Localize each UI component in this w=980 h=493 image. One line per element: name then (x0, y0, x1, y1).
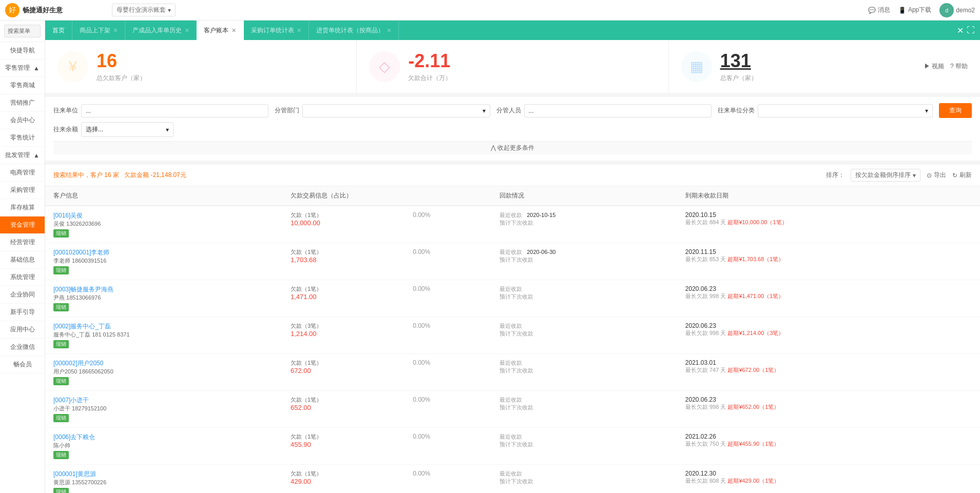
page-content: ¥ 16 总欠款客户（家） ◇ -2.11 欠款合计（万） (45, 40, 980, 493)
sidebar-item-apps[interactable]: 应用中心 (0, 321, 45, 339)
overdue-link[interactable]: 超期¥1,214.00（3笔） (727, 330, 784, 336)
due-date: 2020.10.15 (685, 211, 972, 219)
customer-code[interactable]: [0001020001]李老师 (53, 248, 274, 257)
view-video-button[interactable]: ▶ 视频 (924, 62, 944, 71)
sort-select[interactable]: 按欠款金额倒序排序 ▾ (851, 169, 920, 182)
retail-management-label: 零售管理 (5, 64, 30, 72)
sidebar-item-purchase[interactable]: 采购管理 (0, 182, 45, 199)
sidebar-item-operations[interactable]: 经营管理 (0, 234, 45, 251)
tab-home[interactable]: 首页 (45, 21, 72, 40)
content-area: 首页 商品上下架 × 产成品入库单历史 × 客户账本 × 采购订单统计表 × (45, 21, 980, 493)
customer-code[interactable]: [0002]服务中心_丁磊 (53, 322, 274, 331)
message-button[interactable]: 💬 消息 (868, 6, 890, 14)
sidebar-item-enterprise[interactable]: 企业协同 (0, 286, 45, 304)
sidebar-item-wechat[interactable]: 企业微信 (0, 339, 45, 356)
recovery-cell: 最近收款 预计下次收款 (491, 317, 677, 354)
sidebar-item-wholesale-management[interactable]: 批发管理 ▲ (0, 147, 45, 164)
debt-info-cell: 欠款（1笔） 1,703.68 (282, 243, 405, 280)
customer-code[interactable]: [000002]用户2050 (53, 359, 274, 368)
overdue-link[interactable]: 超期¥652.00（1笔） (727, 404, 779, 410)
chevron-down-icon4: ▾ (166, 126, 169, 133)
overdue-link[interactable]: 超期¥1,703.68（1笔） (727, 256, 784, 262)
customer-code[interactable]: [0006]去下粮仓 (53, 433, 274, 442)
overdue-info: 最长欠款 750 天 超期¥455.90（1笔） (685, 440, 972, 448)
tab-customer-account[interactable]: 客户账本 × (197, 21, 243, 40)
maximize-icon[interactable]: ⛶ (967, 26, 975, 35)
department-select[interactable]: ▾ (302, 104, 490, 117)
tab-close-icon3[interactable]: × (232, 26, 236, 34)
unit-category-select[interactable]: ▾ (758, 104, 933, 117)
due-date: 2020.06.23 (685, 396, 972, 403)
tab-close-icon4[interactable]: × (297, 26, 301, 34)
debt-note: 欠款（1笔） (291, 359, 396, 367)
sidebar-item-member2[interactable]: 畅会员 (0, 356, 45, 373)
debt-amount[interactable]: 1,214.00 (291, 330, 396, 338)
tab-close-icon2[interactable]: × (185, 26, 189, 34)
debt-amount[interactable]: 1,471.00 (291, 293, 396, 301)
source-unit-input[interactable]: ... (81, 104, 268, 117)
customer-code[interactable]: [0016]吴俊 (53, 211, 274, 220)
collapse-filters-button[interactable]: ⋀ 收起更多条件 (53, 141, 972, 154)
debt-amount[interactable]: 10,000.00 (291, 219, 396, 227)
sidebar-item-guide[interactable]: 新手引导 (0, 304, 45, 321)
sidebar-item-inventory[interactable]: 库存核算 (0, 199, 45, 216)
recovery-next: 预计下次收款 (499, 293, 669, 301)
search-button[interactable]: 查询 (939, 103, 972, 118)
sidebar-item-retail-management[interactable]: 零售管理 ▲ (0, 60, 45, 77)
filter-row-2: 往来余额 选择... ▾ (53, 122, 972, 137)
help-button[interactable]: ? 帮助 (950, 62, 968, 71)
tab-purchase-stats[interactable]: 采购订单统计表 × (244, 21, 309, 40)
customer-badge: 现销 (53, 229, 69, 238)
debt-amount[interactable]: 429.00 (291, 478, 396, 485)
user-avatar[interactable]: d demo2 (939, 3, 975, 17)
sidebar-item-member[interactable]: 会员中心 (0, 112, 45, 129)
sidebar-item-ecommerce[interactable]: 电商管理 (0, 164, 45, 182)
tab-product-listing[interactable]: 商品上下架 × (72, 21, 125, 40)
manager-input[interactable]: ... (524, 104, 712, 117)
customer-badge: 现销 (53, 303, 69, 311)
search-menu-button[interactable]: 搜索菜单 (4, 25, 41, 37)
sidebar-item-basic-info[interactable]: 基础信息 (0, 251, 45, 269)
debt-percent: 0.00% (413, 322, 430, 329)
debt-amount[interactable]: 672.00 (291, 367, 396, 374)
sidebar-item-quick-nav[interactable]: 快捷导航 (0, 42, 45, 60)
stat-card-total-customers: ▦ 131 总客户（家） ▶ 视频 ? 帮助 (669, 40, 980, 93)
debt-percent: 0.00% (413, 470, 430, 477)
tab-purchase-goods-stats[interactable]: 进货单统计表（按商品） × (309, 21, 399, 40)
stat-card-total-info: 131 总客户（家） (720, 50, 757, 83)
sidebar-item-retail-mall[interactable]: 零售商城 (0, 77, 45, 94)
debt-amount[interactable]: 1,703.68 (291, 256, 396, 264)
debt-amount[interactable]: 652.00 (291, 404, 396, 411)
industry-selector[interactable]: 母婴行业演示账套 ▾ (112, 4, 176, 16)
sidebar-item-finance[interactable]: 资金管理 (0, 216, 45, 234)
stat-label-debt-total: 欠款合计（万） (408, 74, 451, 83)
overdue-link[interactable]: 超期¥455.90（1笔） (727, 441, 779, 447)
export-button[interactable]: ⊙ 导出 (927, 171, 946, 180)
customer-code[interactable]: [0003]畅捷服务尹海燕 (53, 285, 274, 294)
close-all-icon[interactable]: ✕ (957, 26, 964, 35)
results-amount-value: -21,148.07元 (150, 171, 186, 179)
tab-production-history[interactable]: 产成品入库单历史 × (125, 21, 197, 40)
sidebar-item-system[interactable]: 系统管理 (0, 269, 45, 286)
overdue-link[interactable]: 超期¥10,000.00（1笔） (727, 219, 787, 225)
sidebar-item-marketing[interactable]: 营销推广 (0, 94, 45, 112)
debt-amount[interactable]: 455.90 (291, 441, 396, 448)
balance-select[interactable]: 选择... ▾ (81, 122, 174, 137)
overdue-link[interactable]: 超期¥672.00（1笔） (727, 367, 779, 373)
export-icon: ⊙ (927, 172, 932, 179)
tab-close-icon5[interactable]: × (387, 26, 391, 34)
tab-close-icon[interactable]: × (113, 26, 118, 34)
sidebar-item-retail-stats[interactable]: 零售统计 (0, 129, 45, 147)
overdue-link[interactable]: 超期¥1,471.00（1笔） (727, 293, 784, 299)
overdue-info: 最长欠款 998 天 超期¥1,471.00（1笔） (685, 292, 972, 300)
chevron-down-icon3: ▾ (925, 107, 928, 114)
results-prefix: 搜索结果中，客户 (53, 171, 103, 179)
recovery-cell: 最近收款 2020-10-15 预计下次收款 (491, 206, 677, 243)
app-download-button[interactable]: 📱 App下载 (898, 6, 931, 14)
customer-code[interactable]: [0007]小迸干 (53, 396, 274, 405)
recovery-cell: 最近收款 预计下次收款 (491, 280, 677, 317)
overdue-link[interactable]: 超期¥429.00（1笔） (727, 478, 779, 484)
customer-code[interactable]: [000001]黄思源 (53, 470, 274, 479)
refresh-button[interactable]: ↻ 刷新 (952, 171, 972, 180)
customer-name: 黄思源 13552700226 (53, 479, 274, 486)
